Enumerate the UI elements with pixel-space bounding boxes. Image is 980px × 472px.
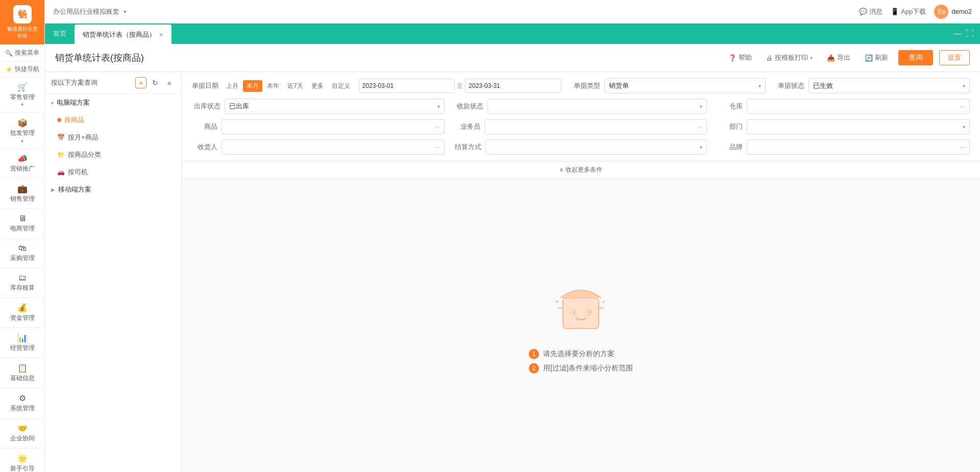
base-icon: 📋 — [17, 363, 28, 373]
tree-section-mobile[interactable]: ▶ 移动端方案 — [45, 181, 181, 198]
sidebar-item-system[interactable]: ⚙ 系统管理 — [0, 388, 44, 418]
sidebar-item-retail[interactable]: 🛒 零售管理 ▾ — [0, 77, 44, 113]
date-btn-7days[interactable]: 近7天 — [284, 80, 307, 92]
sidebar-logo[interactable]: 畅 畅捷通好生意 标版 — [0, 0, 44, 44]
salesman-more-icon[interactable]: ··· — [697, 123, 702, 130]
export-icon: 📤 — [827, 54, 835, 62]
tab-close-icon[interactable]: ✕ — [159, 32, 163, 38]
sidebar-quicknav[interactable]: ⚡ 快捷导航 — [0, 62, 44, 77]
date-btn-this-year[interactable]: 本年 — [263, 80, 283, 92]
month-icon: 📅 — [57, 134, 65, 141]
export-btn[interactable]: 📤 导出 — [823, 51, 854, 64]
message-action[interactable]: 💬 消息 — [859, 7, 883, 16]
date-to-input[interactable] — [465, 79, 561, 93]
sidebar-item-finance[interactable]: 💰 资金管理 — [0, 298, 44, 328]
tab-minimize-btn[interactable]: — — [953, 29, 962, 38]
sidebar-item-inventory[interactable]: 🗂 库存核算 — [0, 268, 44, 298]
receiptstatus-dropdown[interactable]: ▾ — [487, 99, 707, 114]
tree-section-desktop[interactable]: ▾ 电脑端方案 — [45, 94, 181, 111]
print-dropdown-icon[interactable]: ▾ — [810, 55, 813, 61]
brand-label: 品牌 — [717, 143, 743, 152]
help-btn[interactable]: ❓ 帮助 — [724, 51, 756, 64]
doctype-dropdown[interactable]: 销货单 ▾ — [604, 78, 766, 93]
goods-dropdown[interactable]: ··· — [222, 119, 445, 134]
filter-cell-receiver: 收货人 ··· — [192, 139, 445, 155]
warehouse-dropdown[interactable]: ··· — [747, 99, 970, 114]
sidebar-item-ecommerce[interactable]: 🖥 电商管理 — [0, 209, 44, 239]
quicknav-icon: ⚡ — [5, 66, 13, 73]
base-label: 基础信息 — [10, 374, 35, 383]
outstatus-value: 已出库 — [229, 102, 249, 111]
warehouse-label: 仓库 — [717, 102, 743, 111]
warehouse-more-icon[interactable]: ··· — [960, 103, 965, 110]
date-btn-last-month[interactable]: 上月 — [223, 80, 242, 92]
tree-item-by-category[interactable]: 📁 按商品分类 — [45, 146, 181, 163]
newbie-icon: 🌟 — [17, 454, 28, 463]
collapse-bar[interactable]: ∧ 收起更多条件 — [182, 161, 980, 179]
date-btn-custom[interactable]: 自定义 — [328, 80, 354, 92]
department-dropdown[interactable]: ▾ — [747, 119, 970, 134]
print-btn[interactable]: 🖨 按模板打印 ▾ — [762, 51, 817, 64]
docstatus-dropdown[interactable]: 已生效 ▾ — [808, 78, 970, 93]
brand-more-icon[interactable]: ··· — [960, 144, 965, 151]
settlement-arrow: ▾ — [700, 145, 702, 150]
date-separator: 至 — [457, 82, 463, 90]
filter-cell-salesman: 业务员 ··· — [455, 119, 707, 134]
receiver-more-icon[interactable]: ··· — [435, 144, 440, 151]
receiver-dropdown[interactable]: ··· — [222, 139, 445, 155]
collapse-up-icon: ∧ — [559, 167, 564, 173]
tab-home[interactable]: 首页 — [45, 23, 75, 44]
svg-text:✦: ✦ — [554, 298, 559, 305]
inventory-label: 库存核算 — [10, 284, 35, 292]
sidebar-item-newbie[interactable]: 🌟 新手引导 — [0, 449, 44, 472]
query-button[interactable]: 查询 — [898, 50, 933, 65]
refresh-scheme-btn[interactable]: ↻ — [150, 77, 161, 88]
outstatus-arrow: ▾ — [437, 104, 440, 109]
salesman-dropdown[interactable]: ··· — [484, 119, 707, 134]
tree-item-by-goods[interactable]: 按商品 — [45, 111, 181, 129]
tab-report[interactable]: 销货单统计表（按商品） ✕ — [75, 25, 172, 45]
tree-arrow-desktop: ▾ — [51, 100, 54, 106]
outstatus-dropdown[interactable]: 已出库 ▾ — [225, 99, 445, 114]
sidebar-item-base[interactable]: 📋 基础信息 — [0, 358, 44, 388]
app-download-action[interactable]: 📱 App下载 — [891, 7, 926, 16]
sidebar-item-marketing[interactable]: 📣 营销推广 — [0, 149, 44, 179]
refresh-label: 刷新 — [875, 53, 888, 62]
collapse-panel-btn[interactable]: « — [164, 77, 175, 88]
left-panel: 按以下方案查询 + ↻ « ▾ 电脑端方案 按商品 — [45, 72, 182, 472]
add-scheme-btn[interactable]: + — [135, 77, 146, 88]
tip-num-2: 2 — [529, 363, 539, 373]
sidebar-item-enterprise[interactable]: 🤝 企业协同 — [0, 418, 44, 449]
tab-report-label: 销货单统计表（按商品） — [83, 30, 156, 39]
setting-button[interactable]: 设置 — [939, 50, 970, 65]
retail-label: 零售管理 — [10, 93, 35, 102]
date-btn-this-month[interactable]: 本月 — [243, 80, 262, 92]
svg-point-4 — [588, 311, 590, 313]
salesman-label: 业务员 — [455, 122, 480, 131]
right-content: 单据日期 上月 本月 本年 近7天 更多 自定义 — [182, 72, 980, 472]
sidebar-item-operations[interactable]: 📊 经营管理 — [0, 328, 44, 358]
username: demo2 — [951, 8, 972, 15]
sidebar-item-wholesale[interactable]: 📦 批发管理 ▴ — [0, 113, 44, 149]
wholesale-arrow: ▴ — [21, 137, 23, 143]
settlement-dropdown[interactable]: ▾ — [485, 139, 707, 155]
ecommerce-icon: 🖥 — [18, 214, 27, 223]
date-btn-more[interactable]: 更多 — [308, 80, 327, 92]
sidebar-item-purchase[interactable]: 🛍 采购管理 — [0, 239, 44, 268]
date-from-input[interactable] — [359, 79, 455, 93]
tree-item-by-month-goods[interactable]: 📅 按月+商品 — [45, 129, 181, 146]
brand-dropdown[interactable]: ··· — [747, 139, 970, 155]
sidebar-search[interactable]: 🔍 搜索菜单 — [0, 44, 44, 62]
user-menu[interactable]: Ea demo2 — [934, 5, 972, 19]
category-icon: 📁 — [57, 151, 65, 158]
logo-icon: 畅 — [13, 5, 32, 23]
tree-item-by-driver[interactable]: 🚗 按司机 — [45, 163, 181, 181]
finance-label: 资金管理 — [10, 314, 35, 322]
refresh-btn[interactable]: 🔄 刷新 — [861, 51, 892, 64]
goods-more-icon[interactable]: ··· — [435, 123, 440, 130]
topbar-dropdown-arrow[interactable]: ▾ — [124, 8, 127, 15]
tab-maximize-btn[interactable]: ⛶ — [966, 29, 974, 38]
sidebar-item-sales[interactable]: 💼 销售管理 — [0, 179, 44, 209]
tabbar: 首页 销货单统计表（按商品） ✕ — ⛶ — [45, 23, 980, 44]
doctype-value: 销货单 — [609, 81, 629, 90]
